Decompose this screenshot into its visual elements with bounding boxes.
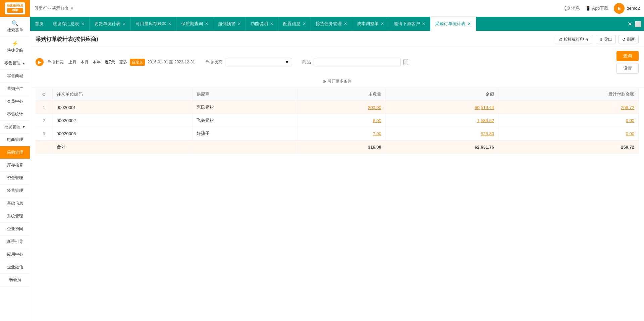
expand-filter-button[interactable]: ⊕ 展开更多条件 xyxy=(323,78,352,84)
message-action[interactable]: 💬 消息 xyxy=(565,5,580,11)
row-amount[interactable]: 525.80 xyxy=(385,127,498,141)
sidebar-item-retail[interactable]: 零售管理 ▲ xyxy=(0,57,30,70)
table-footer-row: 合计 316.00 62,631.76 259.72 xyxy=(36,140,639,154)
date-this-year-btn[interactable]: 本年 xyxy=(91,59,102,66)
query-button[interactable]: 查询 xyxy=(616,51,639,61)
tab-func-desc-close-icon[interactable]: ✕ xyxy=(270,21,273,26)
export-icon: ⬇ xyxy=(599,37,603,42)
tab-func-desc[interactable]: 功能说明 ✕ xyxy=(246,17,278,31)
table-row: 3 00020005 好孩子 7.00 525.80 0.00 xyxy=(36,127,639,141)
topbar: 母婴行业演示账套 ∨ 💬 消息 📱 App下载 E demo2 xyxy=(30,0,644,17)
tab-expiry[interactable]: 保质期查询 ✕ xyxy=(176,17,213,31)
goods-input[interactable] xyxy=(314,58,401,66)
footer-paid-amount: 259.72 xyxy=(498,140,638,154)
breadcrumb-arrow-icon[interactable]: ∨ xyxy=(70,6,74,11)
tab-invite-downstream-label: 邀请下游客户 xyxy=(394,21,420,27)
tab-maximize-button[interactable]: ⬜ xyxy=(635,21,641,27)
tab-config[interactable]: 配置信息 ✕ xyxy=(278,17,311,31)
tab-overstock[interactable]: 超储预警 ✕ xyxy=(213,17,246,31)
date-more-btn[interactable]: 更多 xyxy=(118,59,128,66)
sidebar-retail-stat-label: 零售统计 xyxy=(7,111,23,117)
tab-collect[interactable]: 收发存汇总表 ✕ xyxy=(48,17,90,31)
row-main-qty[interactable]: 303.00 xyxy=(297,101,385,114)
sidebar-item-newbie[interactable]: 新手引导 xyxy=(0,235,30,248)
page-header: 采购订单统计表(按供应商) 🖨 按模板打印 ▼ ⬇ 导出 ↺ 刷新 xyxy=(30,31,644,47)
quick-nav-icon: ⚡ xyxy=(12,40,18,47)
tab-invite-downstream-close-icon[interactable]: ✕ xyxy=(422,21,425,26)
sidebar-menu: 🔍 搜索英单 ⚡ 快捷导航 零售管理 ▲ 零售商城 营销推广 会员中心 零售统计… xyxy=(0,17,30,321)
row-main-qty[interactable]: 7.00 xyxy=(297,127,385,141)
sidebar-member2-label: 畅会员 xyxy=(9,277,21,283)
tab-overstock-close-icon[interactable]: ✕ xyxy=(237,21,241,26)
tab-purchase-stat[interactable]: 采购订单统计表 ✕ xyxy=(430,17,476,31)
tab-order-stat-close-icon[interactable]: ✕ xyxy=(122,21,126,26)
sidebar-item-system[interactable]: 系统管理 xyxy=(0,210,30,223)
sidebar-item-enterprise[interactable]: 企业协同 xyxy=(0,223,30,235)
row-main-qty[interactable]: 6.00 xyxy=(297,114,385,127)
sidebar-item-operations[interactable]: 经营管理 xyxy=(0,184,30,197)
row-unit-code: 00020005 xyxy=(52,127,193,141)
sidebar-item-enterprise-wechat[interactable]: 企业微信 xyxy=(0,261,30,274)
tab-available-stock[interactable]: 可用量库存账本 ✕ xyxy=(131,17,176,31)
tab-pick-task-label: 拣货任务管理 xyxy=(316,21,342,27)
row-amount[interactable]: 1,586.52 xyxy=(385,114,498,127)
settings-button[interactable]: 设置 xyxy=(616,63,639,74)
sidebar-purchase-label: 采购管理 xyxy=(7,150,23,155)
more-filter-btn[interactable]: ... xyxy=(404,59,408,65)
date-7days-btn[interactable]: 近7天 xyxy=(103,59,116,66)
tab-collect-close-icon[interactable]: ✕ xyxy=(81,21,85,26)
tab-pick-task-close-icon[interactable]: ✕ xyxy=(344,21,347,26)
app-download-action[interactable]: 📱 App下载 xyxy=(585,5,608,11)
sidebar-item-ecommerce[interactable]: 电商管理 xyxy=(0,133,30,146)
row-paid-amount[interactable]: 0.00 xyxy=(498,127,638,141)
filter-toggle-button[interactable]: ▶ xyxy=(36,58,44,66)
tab-close-all-button[interactable]: ✕ xyxy=(628,21,632,27)
tab-cost-adjust-close-icon[interactable]: ✕ xyxy=(381,21,384,26)
chevron-template-icon: ▼ xyxy=(585,37,589,42)
sidebar-item-quick-nav[interactable]: ⚡ 快捷导航 xyxy=(0,37,30,57)
tab-available-stock-label: 可用量库存账本 xyxy=(136,21,166,27)
refresh-button[interactable]: ↺ 刷新 xyxy=(619,35,639,44)
sidebar-item-member[interactable]: 会员中心 xyxy=(0,95,30,108)
sidebar-item-marketing[interactable]: 营销推广 xyxy=(0,83,30,95)
chevron-down-icon: ▲ xyxy=(22,61,25,65)
template-print-button[interactable]: 🖨 按模板打印 ▼ xyxy=(555,35,593,44)
sidebar-item-search[interactable]: 🔍 搜索英单 xyxy=(0,17,30,37)
sidebar-item-purchase[interactable]: 采购管理 xyxy=(0,146,30,159)
sidebar-item-retail-stat[interactable]: 零售统计 xyxy=(0,108,30,121)
tab-purchase-stat-close-icon[interactable]: ✕ xyxy=(468,21,471,26)
col-supplier: 供应商 xyxy=(193,88,297,101)
sidebar-item-finance[interactable]: 资金管理 xyxy=(0,172,30,184)
sidebar-item-app-center[interactable]: 应用中心 xyxy=(0,248,30,261)
sidebar-operations-label: 经营管理 xyxy=(7,188,23,194)
filter-toggle-icon: ▶ xyxy=(38,59,42,65)
tab-expiry-close-icon[interactable]: ✕ xyxy=(205,21,208,26)
phone-icon: 📱 xyxy=(585,6,591,11)
date-this-month-btn[interactable]: 本月 xyxy=(79,59,90,66)
row-amount[interactable]: 60,519.44 xyxy=(385,101,498,114)
tab-invite-downstream[interactable]: 邀请下游客户 ✕ xyxy=(389,17,430,31)
tab-cost-adjust[interactable]: 成本调整单 ✕ xyxy=(352,17,389,31)
col-gear[interactable]: ⚙ xyxy=(36,88,52,101)
date-last-month-btn[interactable]: 上月 xyxy=(67,59,78,66)
tab-available-stock-close-icon[interactable]: ✕ xyxy=(168,21,171,26)
table-row: 1 00020001 惠氏奶粉 303.00 60,519.44 259.72 xyxy=(36,101,639,114)
sidebar-item-inventory[interactable]: 库存核算 xyxy=(0,159,30,172)
tab-home[interactable]: 首页 xyxy=(30,17,48,31)
tab-config-close-icon[interactable]: ✕ xyxy=(303,21,306,26)
date-custom-btn[interactable]: 自定义 xyxy=(130,59,145,66)
sidebar-item-member2[interactable]: 畅会员 xyxy=(0,274,30,286)
export-button[interactable]: ⬇ 导出 xyxy=(596,35,616,44)
row-paid-amount[interactable]: 0.00 xyxy=(498,114,638,127)
status-select[interactable]: ▼ xyxy=(225,58,292,66)
tab-pick-task[interactable]: 拣货任务管理 ✕ xyxy=(311,17,352,31)
user-profile-action[interactable]: E demo2 xyxy=(614,3,640,14)
sidebar-item-basic[interactable]: 基础信息 xyxy=(0,197,30,210)
sidebar-wholesale-label: 批发管理 xyxy=(4,124,20,130)
page-title: 采购订单统计表(按供应商) xyxy=(36,36,98,43)
sidebar-item-retail-mall[interactable]: 零售商城 xyxy=(0,70,30,83)
row-paid-amount[interactable]: 259.72 xyxy=(498,101,638,114)
tab-order-stat[interactable]: 要货单统计表 ✕ xyxy=(90,17,131,31)
row-unit-code: 00020002 xyxy=(52,114,193,127)
sidebar-item-wholesale[interactable]: 批发管理 ▼ xyxy=(0,121,30,133)
